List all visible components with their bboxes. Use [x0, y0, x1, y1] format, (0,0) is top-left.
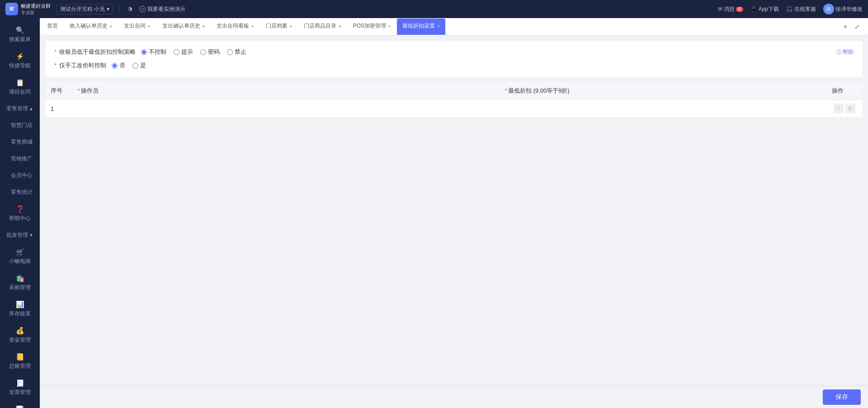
- help-icon: ❓: [16, 205, 24, 213]
- tab-payment-board[interactable]: 支出合同看板 ×: [211, 19, 259, 35]
- tab-pos-manage[interactable]: POS加密管理 ×: [348, 19, 396, 35]
- sidebar-item-search[interactable]: 🔍 搜索菜单: [0, 22, 40, 48]
- operator-input[interactable]: [78, 105, 494, 112]
- table-row: 1 ✎ 🗑: [45, 100, 863, 117]
- inventory-icon: 📊: [16, 300, 24, 309]
- tab-close-income-confirm[interactable]: ×: [109, 23, 112, 29]
- content-area: 首页 收入确认单历史 × 支出合同 × 支出确认单历史 × 支出合同看板 × 门…: [40, 18, 868, 408]
- tab-close-store-file[interactable]: ×: [289, 23, 292, 29]
- tab-home[interactable]: 首页: [42, 19, 63, 35]
- discount-input[interactable]: [505, 105, 821, 112]
- tab-store-file[interactable]: 门店档案 ×: [260, 19, 297, 35]
- sidebar-label-finance: 资金管理: [9, 336, 31, 344]
- message-btn[interactable]: ✉ 消息 8: [718, 5, 743, 13]
- tab-bar: 首页 收入确认单历史 × 支出合同 × 支出确认单历史 × 支出合同看板 × 门…: [40, 18, 868, 35]
- user-menu-btn[interactable]: 徐 徐泽华修改: [823, 4, 863, 14]
- sidebar-item-quicknav[interactable]: ⚡ 快捷导航: [0, 48, 40, 74]
- tab-close-payment-confirm[interactable]: ×: [202, 23, 205, 29]
- help-link[interactable]: ⓘ 帮助: [836, 48, 854, 56]
- sidebar-item-marketing[interactable]: 营销推广: [0, 150, 40, 167]
- control-radio-group: 不控制 提示 密码 禁止: [141, 48, 246, 56]
- main-layout: 🔍 搜索菜单 ⚡ 快捷导航 📋 项目合同 零售管理 ▲ 智慧门店 零售商城 营销…: [0, 18, 868, 408]
- tab-close-store-goods[interactable]: ×: [338, 23, 341, 29]
- sidebar-item-invoice[interactable]: 🧾 发票管理: [0, 375, 40, 401]
- sidebar-item-ecommerce[interactable]: 🛒 小畅电商: [0, 244, 40, 270]
- manual-label: * 仅手工改价时控制: [54, 61, 106, 70]
- customer-service-btn[interactable]: 🎧 在线客服: [786, 5, 816, 13]
- sidebar-label-quicknav: 快捷导航: [9, 62, 31, 70]
- edit-btn[interactable]: ✎: [834, 103, 844, 113]
- radio-remind[interactable]: 提示: [174, 48, 193, 56]
- tab-discount-setting-label: 最低折扣设置: [402, 22, 435, 30]
- tab-store-goods[interactable]: 门店商品目录 ×: [298, 19, 346, 35]
- sidebar-item-retail[interactable]: 零售管理 ▲: [0, 100, 40, 117]
- search-icon: 🔍: [16, 26, 24, 34]
- logo-icon: 财: [5, 3, 18, 15]
- action-btns: ✎ 🗑: [832, 103, 857, 113]
- cell-action: ✎ 🗑: [826, 100, 863, 117]
- top-bar-right: ✉ 消息 8 📱 App下载 🎧 在线客服 徐 徐泽华修改: [718, 4, 863, 14]
- tab-payment-contract[interactable]: 支出合同 ×: [118, 19, 156, 35]
- table-card: 序号 *操作员 *最低折扣 (9.00等于9折) 操作: [45, 82, 863, 117]
- radio-password[interactable]: 密码: [200, 48, 220, 56]
- sidebar-label-retail: 零售管理: [6, 105, 28, 113]
- tab-discount-setting[interactable]: 最低折扣设置 ×: [397, 19, 445, 35]
- table-scroll: 序号 *操作员 *最低折扣 (9.00等于9折) 操作: [45, 82, 863, 117]
- sidebar: 🔍 搜索菜单 ⚡ 快捷导航 📋 项目合同 零售管理 ▲ 智慧门店 零售商城 营销…: [0, 18, 40, 408]
- close-tab-btn[interactable]: ×: [841, 22, 850, 31]
- message-badge: 8: [736, 7, 743, 12]
- cell-discount[interactable]: [500, 100, 826, 117]
- sidebar-item-project[interactable]: 📋 项目合同: [0, 74, 40, 100]
- delete-btn[interactable]: 🗑: [845, 103, 855, 113]
- app-download-btn[interactable]: 📱 App下载: [750, 5, 779, 13]
- sidebar-label-invoice: 发票管理: [9, 389, 31, 396]
- sidebar-item-wholesale[interactable]: 批发管理 ▼: [0, 227, 40, 244]
- tab-income-confirm[interactable]: 收入确认单历史 ×: [64, 19, 118, 35]
- sidebar-label-smartstore: 智慧门店: [11, 122, 33, 129]
- expand-btn[interactable]: ⤢: [852, 22, 863, 31]
- tab-store-file-label: 门店档案: [266, 22, 288, 30]
- tab-store-goods-label: 门店商品目录: [304, 22, 336, 30]
- arrow-down-icon: ▼: [29, 233, 33, 238]
- settings-icon[interactable]: [125, 5, 134, 14]
- sidebar-item-ledger[interactable]: 📒 总账管理: [0, 348, 40, 375]
- tab-close-discount-setting[interactable]: ×: [437, 23, 439, 29]
- radio-yes[interactable]: 是: [132, 61, 146, 70]
- sidebar-item-retailstat[interactable]: 零售统计: [0, 184, 40, 201]
- tab-payment-confirm[interactable]: 支出确认单历史 ×: [157, 19, 210, 35]
- sidebar-item-member[interactable]: 会员中心: [0, 167, 40, 184]
- divider: [119, 5, 119, 13]
- tab-close-payment-contract[interactable]: ×: [147, 23, 150, 29]
- th-seq: 序号: [45, 82, 72, 100]
- sidebar-label-purchase: 采购管理: [9, 284, 31, 291]
- app-download-label: App下载: [759, 5, 779, 13]
- app-logo: 财 畅捷通好业财 专业版: [5, 3, 51, 15]
- message-label: 消息: [724, 5, 735, 13]
- radio-no-control[interactable]: 不控制: [141, 48, 166, 56]
- cell-operator[interactable]: [72, 100, 500, 117]
- tab-payment-contract-label: 支出合同: [124, 22, 146, 30]
- sidebar-item-retailmall[interactable]: 零售商城: [0, 134, 40, 150]
- cart-icon: 🛒: [16, 248, 24, 256]
- headset-icon: 🎧: [786, 6, 793, 12]
- project-selector[interactable]: 测试分开完程·小兄 ▾: [56, 4, 113, 14]
- tab-close-pos-manage[interactable]: ×: [388, 23, 391, 29]
- help-icon: ⓘ: [836, 48, 842, 56]
- sidebar-item-purchase[interactable]: 🛍️ 采购管理: [0, 270, 40, 296]
- sidebar-item-help[interactable]: ❓ 帮助中心: [0, 201, 40, 227]
- sidebar-item-inventory[interactable]: 📊 库存核算: [0, 296, 40, 322]
- app-name: 畅捷通好业财: [21, 3, 51, 9]
- radio-forbid[interactable]: 禁止: [227, 48, 246, 56]
- sidebar-item-smartstore[interactable]: 智慧门店: [0, 117, 40, 134]
- save-button[interactable]: 保存: [823, 389, 861, 405]
- tab-close-payment-board[interactable]: ×: [251, 23, 254, 29]
- radio-no[interactable]: 否: [112, 61, 125, 70]
- tab-payment-board-label: 支出合同看板: [217, 22, 249, 30]
- demo-label: 我要看实例演示: [147, 5, 185, 13]
- page-content: * 收银员低于最低折扣控制策略 不控制 提示: [40, 35, 868, 385]
- customer-service-label: 在线客服: [794, 5, 816, 13]
- sidebar-item-tax[interactable]: 📝 税务管理: [0, 401, 40, 408]
- discount-table: 序号 *操作员 *最低折扣 (9.00等于9折) 操作: [45, 82, 863, 117]
- demo-link[interactable]: ○ 我要看实例演示: [139, 5, 185, 13]
- sidebar-item-finance[interactable]: 💰 资金管理: [0, 322, 40, 348]
